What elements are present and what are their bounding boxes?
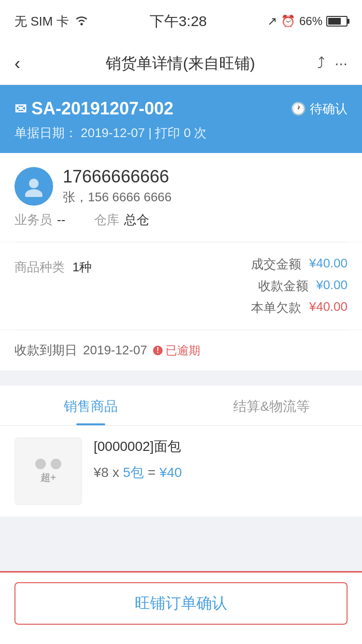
owl-icon <box>35 459 61 469</box>
overdue-badge: ! 已逾期 <box>153 343 200 358</box>
overdue-icon: ! <box>153 346 163 355</box>
order-id: ✉ SA-20191207-002 <box>14 98 173 119</box>
nav-actions: ⤴ ··· <box>317 55 348 72</box>
product-info: [0000002]面包 ¥8 x 5包 = ¥40 <box>94 437 348 482</box>
order-header-top: ✉ SA-20191207-002 🕐 待确认 <box>14 98 348 119</box>
avatar <box>14 167 53 206</box>
summary-right: 成交金额 ¥40.00 收款金额 ¥0.00 本单欠款 ¥40.00 <box>251 256 348 316</box>
overdue-text: 已逾期 <box>166 343 200 358</box>
brand-text: 超+ <box>41 471 56 484</box>
customer-meta: 业务员 -- 仓库 总仓 <box>14 211 348 228</box>
wifi-icon <box>74 14 89 29</box>
amount-value-1: ¥0.00 <box>316 278 348 294</box>
customer-info: 17666666666 张，156 6666 6666 <box>63 167 172 206</box>
order-date-line: 单据日期： 2019-12-07 | 打印 0 次 <box>14 125 348 141</box>
warehouse-label: 仓库 <box>94 211 119 228</box>
warehouse-meta: 仓库 总仓 <box>94 211 149 228</box>
product-name: [0000002]面包 <box>94 437 348 456</box>
svg-point-1 <box>29 179 39 188</box>
order-status: 🕐 待确认 <box>291 100 348 117</box>
status-clock-icon: 🕐 <box>291 101 306 116</box>
battery-icon <box>326 16 348 27</box>
amount-value-2: ¥40.00 <box>309 299 348 316</box>
order-header-card: ✉ SA-20191207-002 🕐 待确认 单据日期： 2019-12-07… <box>0 85 362 153</box>
summary-left: 商品种类 1种 <box>14 256 251 276</box>
more-button[interactable]: ··· <box>334 55 348 72</box>
product-item: 超+ [0000002]面包 ¥8 x 5包 = ¥40 <box>14 437 348 505</box>
status-icons: ↗ ⏰ 66% <box>267 14 348 28</box>
share-button[interactable]: ⤴ <box>317 55 325 72</box>
back-button[interactable]: ‹ <box>14 54 43 74</box>
price-total: ¥40 <box>159 465 182 480</box>
product-thumbnail: 超+ <box>14 437 82 505</box>
svg-point-2 <box>25 189 42 197</box>
nav-bar: ‹ 销货单详情(来自旺铺) ⤴ ··· <box>0 42 362 85</box>
svg-point-0 <box>80 23 83 25</box>
section-divider <box>0 378 362 386</box>
amount-row-1: 收款金额 ¥0.00 <box>258 278 348 294</box>
alarm-icon: ⏰ <box>281 14 295 28</box>
category-value: 1种 <box>72 259 92 276</box>
amount-label-0: 成交金额 <box>251 256 301 273</box>
amount-row-2: 本单欠款 ¥40.00 <box>251 299 348 316</box>
bottom-bar: 旺铺订单确认 <box>0 571 362 644</box>
customer-name: 张，156 6666 6666 <box>63 189 172 206</box>
due-date-section: 收款到期日 2019-12-07 ! 已逾期 <box>0 330 362 370</box>
staff-label: 业务员 <box>14 211 52 228</box>
amount-value-0: ¥40.00 <box>309 256 348 273</box>
summary-section: 商品种类 1种 成交金额 ¥40.00 收款金额 ¥0.00 本单欠款 ¥40.… <box>0 242 362 330</box>
product-price: ¥8 x 5包 = ¥40 <box>94 463 348 482</box>
staff-value: -- <box>57 212 65 227</box>
location-icon: ↗ <box>267 14 277 28</box>
amount-row-0: 成交金额 ¥40.00 <box>251 256 348 273</box>
status-time: 下午3:28 <box>150 12 207 31</box>
status-carrier: 无 SIM 卡 <box>14 13 89 30</box>
order-icon: ✉ <box>14 100 27 117</box>
price-quantity: 5包 <box>123 465 144 480</box>
customer-section: 17666666666 张，156 6666 6666 业务员 -- 仓库 总仓 <box>0 153 362 242</box>
confirm-order-button[interactable]: 旺铺订单确认 <box>14 582 348 625</box>
due-date: 2019-12-07 <box>83 343 147 358</box>
page-title: 销货单详情(来自旺铺) <box>106 53 255 74</box>
amount-label-2: 本单欠款 <box>251 299 301 316</box>
tab-products[interactable]: 销售商品 <box>0 386 181 425</box>
tabs-bar: 销售商品 结算&物流等 <box>0 386 362 426</box>
product-section: 超+ [0000002]面包 ¥8 x 5包 = ¥40 <box>0 426 362 517</box>
customer-phone: 17666666666 <box>63 167 172 187</box>
status-bar: 无 SIM 卡 下午3:28 ↗ ⏰ 66% <box>0 0 362 42</box>
category-label: 商品种类 <box>14 259 65 276</box>
carrier-text: 无 SIM 卡 <box>14 13 69 30</box>
battery-percent: 66% <box>299 14 322 28</box>
tab-settlement[interactable]: 结算&物流等 <box>181 386 362 425</box>
customer-top: 17666666666 张，156 6666 6666 <box>14 167 348 206</box>
price-amount: ¥8 <box>94 465 109 480</box>
staff-meta: 业务员 -- <box>14 211 65 228</box>
amount-label-1: 收款金额 <box>258 278 308 294</box>
due-label: 收款到期日 <box>14 342 77 359</box>
warehouse-value: 总仓 <box>124 211 149 228</box>
